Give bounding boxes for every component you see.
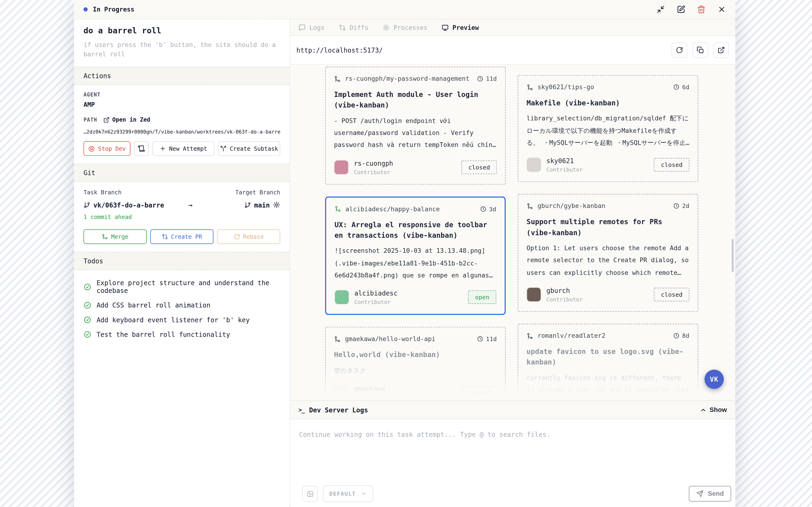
author-role: Contributor xyxy=(546,296,649,302)
status-badge: closed xyxy=(461,160,497,174)
agent-label: AGENT xyxy=(84,92,280,97)
tab-diffs[interactable]: Diffs xyxy=(339,24,368,31)
preview-scrollbar[interactable] xyxy=(732,239,734,272)
pr-card-rs-cuongph[interactable]: rs-cuongph/my-password-management 11d Im… xyxy=(325,67,506,184)
delete-icon[interactable] xyxy=(697,5,706,14)
edit-icon[interactable] xyxy=(677,5,686,14)
stop-circle-icon xyxy=(88,145,95,152)
card-title: Support multiple remotes for PRs (vibe-k… xyxy=(526,217,689,238)
pr-card-romanlv[interactable]: romanlv/readlater2 8d update favicon to … xyxy=(518,324,698,400)
arrow-right-icon: → xyxy=(188,201,193,209)
card-age-label: 2d xyxy=(682,203,689,210)
task-branch-value: vk/063f-do-a-barre xyxy=(94,201,164,209)
status-badge: closed xyxy=(654,288,689,301)
chevron-up-icon xyxy=(700,406,707,413)
git-compare-icon xyxy=(339,24,346,31)
message-input[interactable] xyxy=(298,430,729,464)
copy-icon xyxy=(697,47,704,54)
check-circle-icon xyxy=(84,316,91,324)
create-pr-button[interactable]: Create PR xyxy=(150,229,214,244)
card-title: Implement Auth module - User login (vibe… xyxy=(334,89,497,110)
variant-select[interactable]: DEFAULT xyxy=(323,486,373,502)
status-badge: closed xyxy=(654,158,689,172)
git-branch-icon xyxy=(335,205,341,212)
show-logs-toggle[interactable]: Show xyxy=(700,406,727,413)
composer: DEFAULT Send xyxy=(290,419,735,507)
status-badge: open xyxy=(468,291,496,304)
show-label: Show xyxy=(710,406,727,413)
pr-card-sky0621[interactable]: sky0621/tips-go 6d Makefile (vibe-kanban… xyxy=(518,75,698,182)
preview-url[interactable]: http://localhost:5173/ xyxy=(297,46,667,54)
vibe-kanban-floating-badge[interactable]: VK xyxy=(704,370,724,389)
rebase-button[interactable]: Rebase xyxy=(217,229,280,244)
card-title: Hello,world (vibe-kanban) xyxy=(334,349,497,360)
card-repo: alcibiadesc/happy-balance xyxy=(345,205,476,213)
tab-label: Diffs xyxy=(350,24,368,31)
open-external-button[interactable] xyxy=(713,42,729,58)
copy-url-button[interactable] xyxy=(693,42,708,58)
pr-card-alcibiadesc[interactable]: alcibiadesc/happy-balance 3d UX: Arregla… xyxy=(325,196,506,315)
check-circle-icon xyxy=(84,283,91,291)
collapse-icon[interactable] xyxy=(656,5,665,14)
refresh-icon xyxy=(676,47,683,54)
card-body: currently favicon.svg is different, ther… xyxy=(526,372,689,400)
tab-logs[interactable]: Logs xyxy=(298,24,324,31)
refresh-button[interactable] xyxy=(672,42,688,58)
window-controls xyxy=(656,5,726,14)
avatar xyxy=(334,160,349,174)
check-circle-icon xyxy=(84,331,91,338)
target-branch-value: main xyxy=(254,201,270,209)
pr-card-gburch[interactable]: gburch/gybe-kanban 2d Support multiple r… xyxy=(518,194,698,312)
card-repo: gmaekawa/hello-world-api xyxy=(345,335,473,343)
card-footer: sky0621 Contributor closed xyxy=(526,157,689,173)
author-role: Contributor xyxy=(354,169,456,175)
card-footer: gmaekawa Contributor closed xyxy=(334,385,497,400)
todo-label: Add CSS barrel roll animation xyxy=(97,301,210,309)
git-branch-icon xyxy=(526,332,534,339)
open-in-zed-link[interactable]: Open in Zed xyxy=(103,116,150,123)
branch-row: vk/063f-do-a-barre → main xyxy=(84,201,280,209)
tab-label: Processes xyxy=(394,24,427,31)
tab-processes[interactable]: Processes xyxy=(383,24,427,31)
git-branch-icon xyxy=(244,202,251,208)
card-header: gmaekawa/hello-world-api 11d xyxy=(334,335,497,343)
gear-icon xyxy=(383,24,390,31)
variant-value: DEFAULT xyxy=(329,491,356,497)
tab-label: Preview xyxy=(453,24,479,31)
kanban-cards: rs-cuongph/my-password-management 11d Im… xyxy=(325,64,698,400)
card-age: 11d xyxy=(477,335,497,343)
merge-button[interactable]: Merge xyxy=(84,229,147,244)
author-name: rs-cuongph xyxy=(354,159,456,167)
card-author: alcibiadesc Contributor xyxy=(354,289,463,305)
dev-server-logs-label: Dev Server Logs xyxy=(309,406,368,413)
card-age-label: 6d xyxy=(682,83,689,91)
card-footer: rs-cuongph Contributor closed xyxy=(334,159,497,175)
stop-dev-button[interactable]: Stop Dev xyxy=(84,141,131,156)
create-subtask-button[interactable]: Create Subtask xyxy=(218,141,280,156)
target-branch-value-group: main xyxy=(244,201,280,209)
card-header: sky0621/tips-go 6d xyxy=(526,83,689,91)
task-head: do a barrel roll if users press the 'b' … xyxy=(74,19,290,67)
new-attempt-button[interactable]: New Attempt xyxy=(152,141,214,156)
tab-preview[interactable]: Preview xyxy=(442,24,479,31)
new-attempt-label: New Attempt xyxy=(169,145,207,152)
close-icon[interactable] xyxy=(718,5,726,14)
screen: In Progress do a barrel r xyxy=(0,0,812,507)
git-branch-icon xyxy=(526,83,534,91)
stop-dev-label: Stop Dev xyxy=(98,145,126,152)
send-button[interactable]: Send xyxy=(689,486,731,502)
card-body: ![screenshot 2025-10-03 at 13.13.48.png]… xyxy=(335,245,497,282)
monitor-icon xyxy=(442,24,449,31)
card-age: 3d xyxy=(480,205,497,213)
pr-card-gmaekawa[interactable]: gmaekawa/hello-world-api 11d Hello,world… xyxy=(325,327,506,400)
card-age-label: 8d xyxy=(682,332,689,339)
attach-image-button[interactable] xyxy=(302,486,318,502)
avatar xyxy=(526,158,541,172)
git-merge-icon xyxy=(102,233,108,240)
branch-settings-gear-icon[interactable] xyxy=(273,201,280,209)
card-body: library_selection/db_migration/sqldef 配下… xyxy=(526,113,689,149)
dev-logs-button[interactable] xyxy=(134,141,149,156)
todo-item: Add CSS barrel roll animation xyxy=(84,301,280,309)
todo-label: Explore project structure and understand… xyxy=(97,279,280,294)
external-link-icon xyxy=(718,47,725,54)
